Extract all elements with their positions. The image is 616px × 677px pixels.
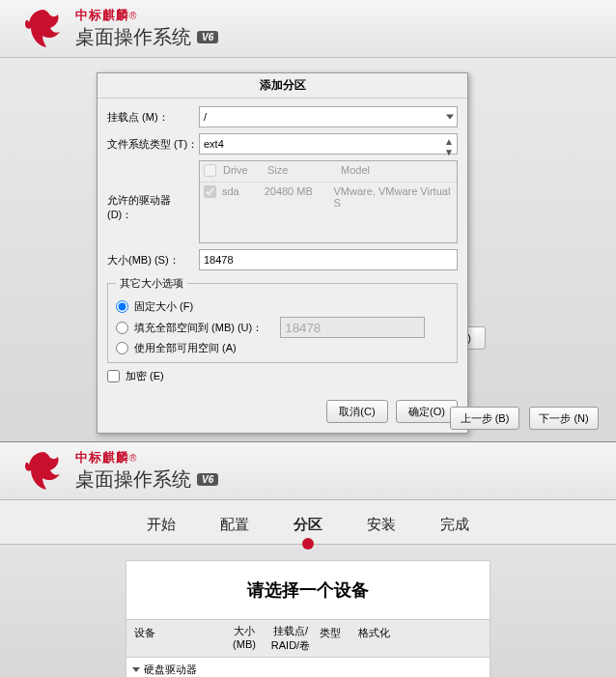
- radio-use-all[interactable]: [116, 342, 128, 354]
- device-title: 请选择一个设备: [126, 561, 490, 619]
- chevron-down-icon: [446, 115, 454, 120]
- drive-check-all: [204, 164, 216, 177]
- drive-row-sda[interactable]: sda 20480 MB VMware, VMware Virtual S: [200, 183, 457, 212]
- cancel-button[interactable]: 取消(C): [326, 400, 388, 423]
- fstype-select[interactable]: [199, 133, 458, 155]
- radio-use-all-label: 使用全部可用空间 (A): [134, 341, 237, 355]
- brand-product: 桌面操作系统: [75, 466, 191, 493]
- tab-start[interactable]: 开始: [143, 510, 180, 544]
- next-button[interactable]: 下一步 (N): [529, 407, 599, 430]
- tab-install[interactable]: 安装: [363, 510, 400, 544]
- wizard-tabs: 开始 配置 分区 安装 完成: [0, 500, 616, 545]
- size-input[interactable]: [199, 249, 458, 270]
- brand-name: 中标麒麟®: [75, 449, 218, 466]
- header-top: 中标麒麟® 桌面操作系统 V6: [0, 0, 616, 58]
- radio-fill-to[interactable]: [116, 322, 128, 334]
- other-size-legend: 其它大小选项: [116, 276, 187, 291]
- encrypt-checkbox[interactable]: [107, 370, 120, 382]
- version-badge: V6: [197, 473, 218, 486]
- tab-config[interactable]: 配置: [216, 510, 253, 544]
- version-badge: V6: [197, 31, 218, 43]
- radio-fill-to-label: 填充全部空间到 (MB) (U)：: [134, 321, 263, 335]
- radio-fixed[interactable]: [116, 300, 128, 313]
- allowed-drives-list[interactable]: Drive Size Model sda 20480 MB VMware, VM…: [199, 160, 458, 243]
- neokylin-logo: [19, 5, 68, 53]
- tree-hdd-header[interactable]: 硬盘驱动器: [132, 662, 484, 677]
- fill-to-input: [280, 317, 425, 338]
- tab-partition[interactable]: 分区: [290, 510, 326, 544]
- mount-label: 挂载点 (M)：: [107, 110, 199, 125]
- neokylin-logo: [19, 447, 68, 495]
- ok-button[interactable]: 确定(O): [396, 400, 458, 423]
- size-label: 大小(MB) (S)：: [107, 253, 199, 268]
- triangle-down-icon: [132, 667, 140, 672]
- fstype-label: 文件系统类型 (T)：: [107, 137, 199, 152]
- device-panel: 请选择一个设备 设备 大小 (MB) 挂载点/ RAID/卷 类型 格式化 硬盘…: [126, 560, 490, 677]
- brand-name: 中标麒麟®: [75, 7, 218, 24]
- drives-label: 允许的驱动器 (D)：: [107, 160, 199, 222]
- radio-fixed-label: 固定大小 (F): [134, 299, 193, 314]
- prev-button[interactable]: 上一步 (B): [450, 407, 519, 430]
- brand-product: 桌面操作系统: [75, 24, 191, 50]
- tab-finish[interactable]: 完成: [436, 510, 473, 544]
- header-bottom: 中标麒麟® 桌面操作系统 V6: [0, 442, 616, 500]
- add-partition-dialog: 添加分区 挂载点 (M)： 文件系统类型 (T)： ▲▼ 允许的驱动器 (D)：: [97, 72, 468, 434]
- dialog-title: 添加分区: [98, 73, 467, 99]
- spinner-icon: ▲▼: [444, 136, 454, 157]
- drive-check-sda: [204, 185, 216, 198]
- device-table-header: 设备 大小 (MB) 挂载点/ RAID/卷 类型 格式化: [126, 619, 490, 658]
- encrypt-label: 加密 (E): [126, 369, 164, 383]
- mount-select[interactable]: [199, 106, 458, 127]
